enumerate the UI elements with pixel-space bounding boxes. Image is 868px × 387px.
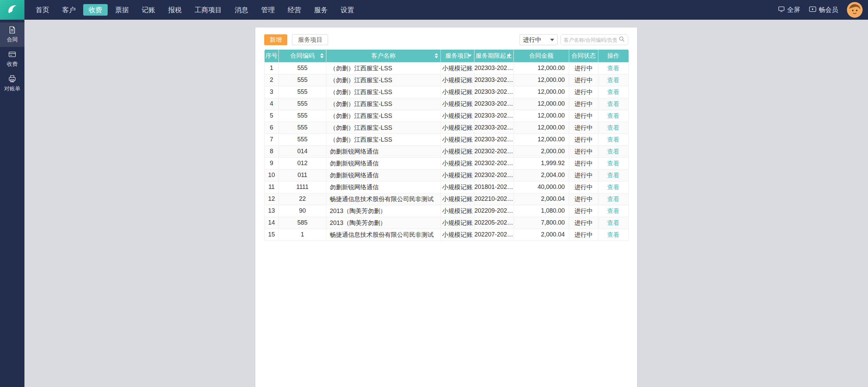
cell-contract-amount: 2,000.00 bbox=[514, 145, 569, 157]
sort-icon[interactable] bbox=[435, 53, 438, 58]
cell-index: 3 bbox=[265, 86, 279, 98]
view-link[interactable]: 查看 bbox=[607, 112, 619, 119]
nav-item-invoices[interactable]: 票据 bbox=[109, 0, 135, 20]
panel-toolbar: 新增 服务项目 进行中 bbox=[264, 34, 628, 46]
view-link[interactable]: 查看 bbox=[607, 89, 619, 95]
table-body: 1555（勿删）江西服宝-LSS小规模记账202303-20240212,000… bbox=[265, 62, 629, 241]
sidebar-item-statements[interactable]: 对账单 bbox=[0, 71, 24, 96]
cell-contract-status: 进行中 bbox=[569, 181, 598, 193]
topbar-right: 全屏 畅会员 bbox=[778, 2, 868, 18]
sort-icon[interactable] bbox=[320, 53, 324, 58]
cell-contract-status: 进行中 bbox=[569, 86, 598, 98]
search-icon[interactable] bbox=[619, 36, 625, 43]
nav-item-customers[interactable]: 客户 bbox=[56, 0, 82, 20]
cell-action: 查看 bbox=[598, 217, 629, 229]
nav-item-bookkeeping[interactable]: 记账 bbox=[135, 0, 162, 20]
view-link[interactable]: 查看 bbox=[607, 124, 619, 131]
table-row: 10011勿删新锐网络通信小规模记账202302-2024012,004.00进… bbox=[265, 169, 629, 181]
app-root: 首页 客户 收费 票据 记账 报税 工商项目 消息 管理 经营 服务 设置 全屏 bbox=[0, 0, 868, 387]
nav-item-home[interactable]: 首页 bbox=[29, 0, 56, 20]
user-avatar[interactable] bbox=[847, 2, 863, 18]
column-header-service[interactable]: 服务项目 bbox=[441, 50, 474, 62]
main-content: 新增 服务项目 进行中 bbox=[24, 20, 868, 387]
cell-contract-code: 1 bbox=[279, 229, 326, 241]
view-link[interactable]: 查看 bbox=[607, 160, 619, 167]
filter-caret-icon[interactable] bbox=[507, 55, 511, 57]
column-header-period[interactable]: 服务期限起止 bbox=[474, 50, 514, 62]
column-header-customer[interactable]: 客户名称 bbox=[326, 50, 441, 62]
cell-service-item: 小规模记账 bbox=[441, 86, 474, 98]
view-link[interactable]: 查看 bbox=[607, 65, 619, 72]
cell-action: 查看 bbox=[598, 181, 629, 193]
nav-item-settings[interactable]: 设置 bbox=[334, 0, 361, 20]
view-link[interactable]: 查看 bbox=[607, 219, 619, 226]
column-header-amount: 合同金额 bbox=[514, 50, 569, 62]
cell-customer-name: 畅捷通信息技术股份有限公司民非测试 bbox=[326, 229, 441, 241]
column-header-code[interactable]: 合同编码 bbox=[279, 50, 326, 62]
cell-index: 14 bbox=[265, 217, 279, 229]
view-link[interactable]: 查看 bbox=[607, 172, 619, 179]
view-link[interactable]: 查看 bbox=[607, 101, 619, 107]
cell-contract-status: 进行中 bbox=[569, 134, 598, 145]
nav-item-management[interactable]: 管理 bbox=[255, 0, 281, 20]
cell-customer-name: （勿删）江西服宝-LSS bbox=[326, 122, 441, 134]
cell-contract-amount: 12,000.00 bbox=[514, 122, 569, 134]
cell-contract-code: 555 bbox=[279, 62, 326, 74]
cell-contract-code: 1111 bbox=[279, 181, 326, 193]
fullscreen-button[interactable]: 全屏 bbox=[778, 5, 800, 14]
nav-item-services[interactable]: 服务 bbox=[308, 0, 334, 20]
view-link[interactable]: 查看 bbox=[607, 208, 619, 214]
view-link[interactable]: 查看 bbox=[607, 184, 619, 191]
view-link[interactable]: 查看 bbox=[607, 148, 619, 155]
cell-action: 查看 bbox=[598, 169, 629, 181]
cell-customer-name: （勿删）江西服宝-LSS bbox=[326, 62, 441, 74]
cell-contract-code: 555 bbox=[279, 86, 326, 98]
cell-customer-name: 畅捷通信息技术股份有限公司民非测试 bbox=[326, 193, 441, 205]
table-row: 145852013（陶美芳勿删）小规模记账202205-2025047,800.… bbox=[265, 217, 629, 229]
status-filter-select[interactable]: 进行中 bbox=[520, 34, 558, 45]
nav-item-messages[interactable]: 消息 bbox=[228, 0, 255, 20]
service-items-button[interactable]: 服务项目 bbox=[292, 34, 328, 45]
cell-action: 查看 bbox=[598, 145, 629, 157]
filter-caret-icon[interactable] bbox=[468, 55, 472, 57]
sidebar-item-charging[interactable]: 收费 bbox=[0, 47, 24, 71]
cell-index: 2 bbox=[265, 74, 279, 86]
app-logo-icon bbox=[5, 2, 19, 17]
cell-contract-status: 进行中 bbox=[569, 145, 598, 157]
cell-action: 查看 bbox=[598, 98, 629, 110]
nav-item-tax[interactable]: 报税 bbox=[162, 0, 188, 20]
cell-service-period: 201801-202408 bbox=[474, 181, 514, 193]
table-row: 7555（勿删）江西服宝-LSS小规模记账202303-20240212,000… bbox=[265, 134, 629, 145]
member-icon bbox=[809, 6, 816, 14]
cell-contract-status: 进行中 bbox=[569, 62, 598, 74]
cell-contract-amount: 12,000.00 bbox=[514, 98, 569, 110]
view-link[interactable]: 查看 bbox=[607, 231, 619, 238]
cell-service-period: 202303-202402 bbox=[474, 62, 514, 74]
nav-item-operations[interactable]: 经营 bbox=[281, 0, 308, 20]
table-row: 6555（勿删）江西服宝-LSS小规模记账202303-20240212,000… bbox=[265, 122, 629, 134]
search-input[interactable] bbox=[564, 37, 617, 43]
table-header: 序号 合同编码 客户名称 服务项目 bbox=[265, 50, 629, 62]
cell-contract-code: 555 bbox=[279, 122, 326, 134]
member-button[interactable]: 畅会员 bbox=[809, 5, 838, 14]
cell-contract-amount: 1,080.00 bbox=[514, 205, 569, 217]
cell-contract-code: 011 bbox=[279, 169, 326, 181]
statement-icon bbox=[8, 75, 16, 83]
table-row: 13902013（陶美芳勿删）小规模记账202209-2023081,080.0… bbox=[265, 205, 629, 217]
cell-contract-code: 555 bbox=[279, 98, 326, 110]
view-link[interactable]: 查看 bbox=[607, 136, 619, 143]
view-link[interactable]: 查看 bbox=[607, 77, 619, 84]
nav-item-charging[interactable]: 收费 bbox=[83, 4, 108, 16]
cell-customer-name: 勿删新锐网络通信 bbox=[326, 169, 441, 181]
nav-item-business-projects[interactable]: 工商项目 bbox=[188, 0, 228, 20]
toolbar-right: 进行中 bbox=[520, 34, 628, 45]
cell-index: 12 bbox=[265, 193, 279, 205]
add-button[interactable]: 新增 bbox=[264, 34, 287, 45]
cell-service-period: 202205-202504 bbox=[474, 217, 514, 229]
cell-contract-code: 90 bbox=[279, 205, 326, 217]
cell-service-period: 202303-202402 bbox=[474, 74, 514, 86]
cell-action: 查看 bbox=[598, 229, 629, 241]
sidebar-item-contracts[interactable]: 合同 bbox=[0, 22, 24, 47]
cell-customer-name: 勿删新锐网络通信 bbox=[326, 181, 441, 193]
view-link[interactable]: 查看 bbox=[607, 196, 619, 203]
